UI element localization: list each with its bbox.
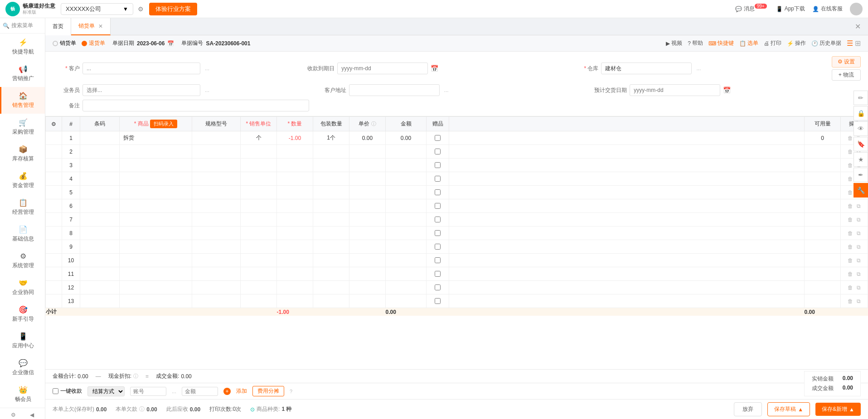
logistics-button[interactable]: + 物流 (832, 69, 861, 81)
row-barcode[interactable] (80, 131, 120, 145)
row-gift[interactable] (427, 172, 449, 186)
row-product[interactable] (120, 199, 192, 213)
action-history[interactable]: 🕐 历史单据 (811, 39, 841, 47)
row-qty[interactable] (277, 199, 313, 213)
discount-info-icon[interactable]: ⓘ (133, 373, 138, 380)
row-barcode[interactable] (80, 240, 120, 254)
row-price[interactable] (349, 199, 386, 213)
row-gift[interactable] (427, 159, 449, 172)
row-barcode[interactable] (80, 145, 120, 159)
row-product[interactable]: 拆货 (120, 131, 192, 145)
row-barcode[interactable] (80, 199, 120, 213)
row-gift[interactable] (427, 186, 449, 199)
fee-info-icon[interactable]: ? (290, 389, 292, 394)
setup-button[interactable]: ⚙ 设置 (832, 56, 861, 67)
sidebar-collapse-icon[interactable]: ◀ (30, 412, 34, 418)
row-price[interactable] (349, 267, 386, 281)
row-qty[interactable] (277, 213, 313, 226)
float-star-icon[interactable]: ★ (853, 152, 868, 167)
th-settings[interactable]: ⚙ (46, 117, 62, 131)
sidebar-search[interactable]: 🔍 搜索菜单 (0, 18, 45, 34)
row-product[interactable] (120, 267, 192, 281)
row-barcode[interactable] (80, 281, 120, 294)
row-spec[interactable] (192, 145, 241, 159)
add-button[interactable]: + (223, 388, 231, 395)
this-order-owed-info[interactable]: ⓘ (139, 405, 145, 413)
row-product[interactable] (120, 254, 192, 267)
sidebar-settings-icon[interactable]: ⚙ (11, 412, 16, 418)
row-qty[interactable] (277, 145, 313, 159)
float-tool-icon[interactable]: 🔧 (853, 183, 868, 197)
action-video[interactable]: ▶ 视频 (666, 39, 682, 47)
float-eye-icon[interactable]: 👁 (853, 121, 868, 136)
sidebar-item-sales[interactable]: 🏠 销售管理 (0, 87, 45, 114)
row-price[interactable] (349, 172, 386, 186)
row-delete-icon[interactable]: 🗑 (848, 149, 853, 155)
sidebar-item-inventory[interactable]: 📦 库存核算 (0, 140, 45, 167)
row-price[interactable]: 0.00 (349, 131, 386, 145)
row-copy-icon[interactable]: ⧉ (857, 271, 861, 277)
row-barcode[interactable] (80, 213, 120, 226)
row-product[interactable] (120, 172, 192, 186)
row-product[interactable] (120, 213, 192, 226)
addr-dots[interactable]: ... (444, 87, 449, 93)
list-view-icon[interactable]: ☰ (847, 39, 853, 48)
row-spec[interactable] (192, 186, 241, 199)
save-draft-button[interactable]: 保存草稿 ▲ (767, 402, 810, 416)
row-price[interactable] (349, 240, 386, 254)
row-product[interactable] (120, 159, 192, 172)
row-price[interactable] (349, 226, 386, 240)
row-delete-icon[interactable]: 🗑 (848, 176, 853, 182)
account-input[interactable] (130, 387, 166, 396)
float-pencil-icon[interactable]: ✒ (853, 168, 868, 182)
row-delete-icon[interactable]: 🗑 (848, 230, 853, 236)
customer-addr-input[interactable] (349, 84, 440, 96)
row-delete-icon[interactable]: 🗑 (848, 189, 853, 196)
row-gift[interactable] (427, 267, 449, 281)
row-spec[interactable] (192, 267, 241, 281)
row-qty[interactable] (277, 186, 313, 199)
row-copy-icon[interactable]: ⧉ (857, 284, 861, 291)
row-product[interactable] (120, 281, 192, 294)
row-delete-icon[interactable]: 🗑 (848, 203, 853, 209)
calc-method-select[interactable]: 结算方式 (87, 386, 125, 396)
sidebar-item-wechat[interactable]: 💬 企业微信 (0, 354, 45, 381)
row-copy-icon[interactable]: ⧉ (857, 217, 861, 223)
sidebar-item-quick-nav[interactable]: ⚡ 快捷导航 (0, 34, 45, 60)
row-product[interactable] (120, 240, 192, 254)
row-delete-icon[interactable]: 🗑 (848, 244, 853, 250)
online-service-btn[interactable]: 👤 在线客服 (812, 5, 843, 13)
salesperson-input[interactable] (82, 84, 200, 96)
row-qty[interactable] (277, 240, 313, 254)
sidebar-item-system[interactable]: ⚙ 系统管理 (0, 247, 45, 274)
row-spec[interactable] (192, 172, 241, 186)
warehouse-input[interactable] (601, 63, 692, 74)
row-gift[interactable] (427, 254, 449, 267)
row-product[interactable] (120, 226, 192, 240)
row-gift[interactable] (427, 226, 449, 240)
payment-calendar-icon[interactable]: 📅 (431, 65, 438, 72)
row-spec[interactable] (192, 199, 241, 213)
radio-sales[interactable]: 销货单 (53, 39, 76, 47)
row-spec[interactable] (192, 213, 241, 226)
one-click-checkbox[interactable] (53, 388, 58, 394)
expected-date-input[interactable] (630, 84, 720, 96)
row-qty[interactable] (277, 159, 313, 172)
row-gift[interactable] (427, 240, 449, 254)
row-copy-icon[interactable]: ⧉ (857, 230, 861, 236)
row-copy-icon[interactable]: ⧉ (857, 203, 861, 209)
row-delete-icon[interactable]: 🗑 (848, 135, 853, 141)
sidebar-item-finance[interactable]: 💰 资金管理 (0, 167, 45, 194)
float-edit-icon[interactable]: ✏ (853, 91, 868, 105)
expected-calendar-icon[interactable]: 📅 (723, 87, 731, 94)
window-close-icon[interactable]: ✕ (855, 22, 861, 31)
tab-home[interactable]: 首页 (45, 18, 71, 35)
payment-due-input[interactable] (337, 63, 428, 74)
action-help[interactable]: ? 帮助 (688, 39, 703, 47)
sidebar-item-guide[interactable]: 🎯 新手引导 (0, 301, 45, 327)
row-delete-icon[interactable]: 🗑 (848, 284, 853, 291)
row-price[interactable] (349, 213, 386, 226)
account-dots[interactable]: ... (172, 388, 176, 395)
row-gift[interactable] (427, 294, 449, 308)
discard-button[interactable]: 放弃 (734, 402, 762, 416)
